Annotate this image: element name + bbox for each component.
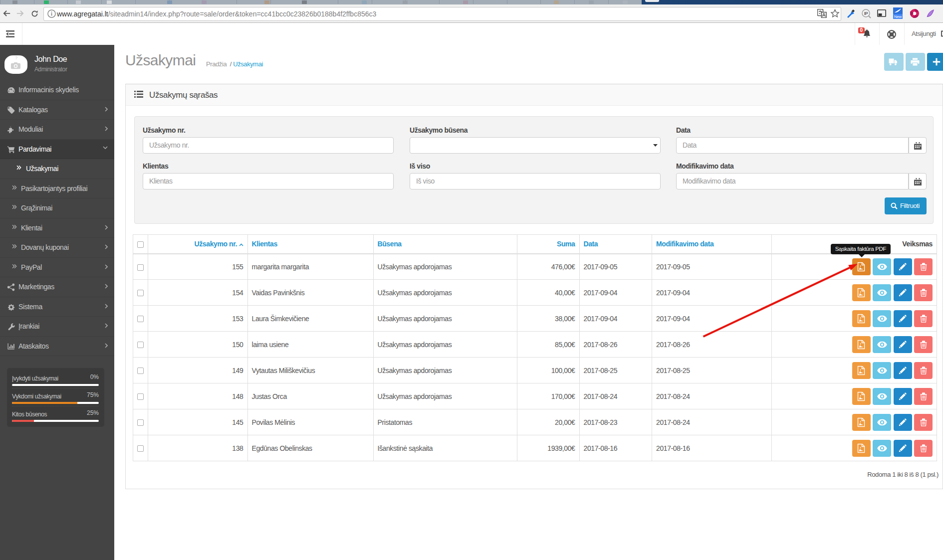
svg-text:New: New xyxy=(894,14,902,19)
svg-text:IP: IP xyxy=(864,11,868,16)
